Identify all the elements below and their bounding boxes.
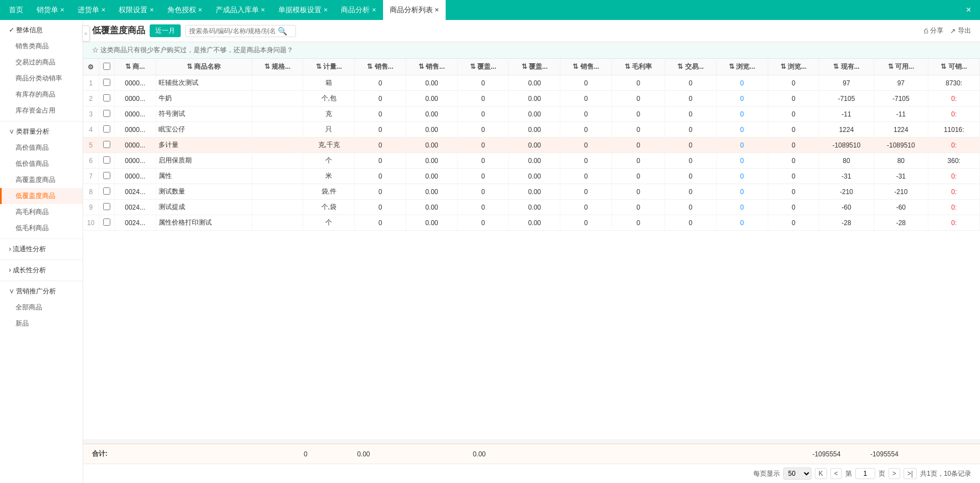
row-browse1-cell[interactable]: 0 bbox=[716, 106, 768, 122]
row-checkbox-cell[interactable] bbox=[99, 184, 114, 200]
row-checkbox-cell[interactable] bbox=[99, 138, 114, 153]
nav-analysis-list[interactable]: 商品分析列表 × bbox=[383, 0, 446, 20]
col-sales-amt-header[interactable]: ⇅ 销售... bbox=[406, 59, 457, 75]
row-browse1-cell[interactable]: 0 bbox=[716, 215, 768, 231]
row-checkbox[interactable] bbox=[103, 79, 110, 86]
browse1-link[interactable]: 0 bbox=[740, 141, 744, 149]
nav-permissions[interactable]: 权限设置 × bbox=[112, 0, 160, 20]
sidebar-item-high-value[interactable]: 高价值商品 bbox=[0, 140, 83, 156]
browse1-link[interactable]: 0 bbox=[740, 157, 744, 165]
last-page-button[interactable]: >| bbox=[904, 468, 917, 479]
first-page-button[interactable]: K bbox=[815, 468, 827, 479]
row-checkbox-cell[interactable] bbox=[99, 200, 114, 215]
row-checkbox-cell[interactable] bbox=[99, 75, 114, 91]
col-settings[interactable]: ⚙ bbox=[83, 59, 99, 75]
row-browse1-cell[interactable]: 0 bbox=[716, 153, 768, 169]
col-cover-rate-header[interactable]: ⇅ 覆盖... bbox=[509, 59, 560, 75]
sidebar-section-cluster[interactable]: ∨ 类群量分析 bbox=[0, 124, 83, 140]
col-name-header[interactable]: ⇅ 商品名称 bbox=[156, 59, 252, 75]
prev-page-button[interactable]: < bbox=[830, 468, 842, 479]
sidebar-collapse-button[interactable]: « bbox=[82, 26, 90, 42]
sidebar-item-new-goods[interactable]: 新品 bbox=[0, 316, 83, 332]
browse1-link[interactable]: 0 bbox=[740, 95, 744, 103]
col-sellable-header[interactable]: ⇅ 可销... bbox=[928, 59, 980, 75]
row-browse1-cell[interactable]: 0 bbox=[716, 184, 768, 200]
next-page-button[interactable]: > bbox=[889, 468, 900, 479]
row-checkbox[interactable] bbox=[103, 172, 110, 179]
row-checkbox-cell[interactable] bbox=[99, 106, 114, 122]
page-number-input[interactable] bbox=[855, 468, 875, 479]
nav-purchase[interactable]: 进货单 × bbox=[71, 0, 112, 20]
horizontal-scrollbar[interactable] bbox=[83, 439, 980, 444]
browse1-link[interactable]: 0 bbox=[740, 219, 744, 227]
sidebar-section-growth[interactable]: › 成长性分析 bbox=[0, 262, 83, 278]
row-checkbox[interactable] bbox=[103, 218, 110, 226]
row-browse1-cell[interactable]: 0 bbox=[716, 138, 768, 153]
row-checkbox[interactable] bbox=[103, 94, 110, 101]
sidebar-item-stock-capital[interactable]: 库存资金占用 bbox=[0, 103, 83, 119]
col-code-header[interactable]: ⇅ 商... bbox=[114, 59, 156, 75]
sidebar-item-all-goods[interactable]: 全部商品 bbox=[0, 299, 83, 316]
sidebar-item-category-rate[interactable]: 商品分类动销率 bbox=[0, 70, 83, 87]
sidebar-section-overall[interactable]: ✓ 整体信息 bbox=[0, 22, 83, 38]
per-page-select[interactable]: 50 100 200 bbox=[783, 467, 811, 480]
nav-templates[interactable]: 单据模板设置 × bbox=[272, 0, 334, 20]
search-icon[interactable]: 🔍 bbox=[278, 27, 287, 35]
nav-analysis[interactable]: 商品分析 × bbox=[334, 0, 382, 20]
row-checkbox[interactable] bbox=[103, 156, 110, 164]
col-available-header[interactable]: ⇅ 可用... bbox=[874, 59, 928, 75]
window-close-button[interactable]: × bbox=[959, 0, 978, 20]
row-checkbox[interactable] bbox=[103, 125, 110, 133]
sidebar-section-liquidity[interactable]: › 流通性分析 bbox=[0, 241, 83, 257]
select-all-checkbox[interactable] bbox=[103, 63, 110, 70]
col-spec-header[interactable]: ⇅ 规格... bbox=[252, 59, 303, 75]
sidebar-item-low-coverage[interactable]: 低覆盖度商品 bbox=[0, 188, 83, 204]
sidebar-section-marketing[interactable]: ∨ 营销推广分析 bbox=[0, 283, 83, 299]
col-unit-header[interactable]: ⇅ 计量... bbox=[303, 59, 355, 75]
col-trade-header[interactable]: ⇅ 交易... bbox=[665, 59, 717, 75]
nav-inventory[interactable]: 产成品入库单 × bbox=[209, 0, 272, 20]
search-input[interactable] bbox=[189, 27, 278, 35]
browse1-link[interactable]: 0 bbox=[740, 126, 744, 134]
row-checkbox-cell[interactable] bbox=[99, 122, 114, 138]
row-browse1-cell[interactable]: 0 bbox=[716, 91, 768, 106]
browse1-link[interactable]: 0 bbox=[740, 110, 744, 118]
sidebar-item-sales-goods[interactable]: 销售类商品 bbox=[0, 38, 83, 54]
share-button[interactable]: ⎙ 分享 bbox=[924, 26, 943, 35]
sidebar-item-high-coverage[interactable]: 高覆盖度商品 bbox=[0, 172, 83, 188]
browse1-link[interactable]: 0 bbox=[740, 188, 744, 196]
settings-icon[interactable]: ⚙ bbox=[88, 63, 94, 71]
sidebar-item-high-margin[interactable]: 高毛利商品 bbox=[0, 204, 83, 220]
col-browse2-header[interactable]: ⇅ 浏览... bbox=[768, 59, 819, 75]
row-checkbox-cell[interactable] bbox=[99, 215, 114, 231]
row-checkbox[interactable] bbox=[103, 203, 110, 210]
row-checkbox[interactable] bbox=[103, 110, 110, 117]
row-browse1-cell[interactable]: 0 bbox=[716, 200, 768, 215]
row-checkbox-cell[interactable] bbox=[99, 169, 114, 184]
sidebar-item-stock-goods[interactable]: 有库存的商品 bbox=[0, 87, 83, 103]
row-browse1-cell[interactable]: 0 bbox=[716, 75, 768, 91]
nav-roles[interactable]: 角色授权 × bbox=[161, 0, 209, 20]
col-browse1-header[interactable]: ⇅ 浏览... bbox=[716, 59, 768, 75]
nav-home[interactable]: 首页 bbox=[2, 0, 30, 20]
col-sales-count-header[interactable]: ⇅ 销售... bbox=[560, 59, 612, 75]
col-current-stock-header[interactable]: ⇅ 现有... bbox=[819, 59, 874, 75]
browse1-link[interactable]: 0 bbox=[740, 204, 744, 211]
nav-sales[interactable]: 销货单 × bbox=[30, 0, 71, 20]
sidebar-item-traded-goods[interactable]: 交易过的商品 bbox=[0, 54, 83, 70]
col-sales-qty-header[interactable]: ⇅ 销售... bbox=[355, 59, 406, 75]
export-button[interactable]: ↗ 导出 bbox=[950, 26, 971, 35]
sidebar-item-low-value[interactable]: 低价值商品 bbox=[0, 156, 83, 172]
browse1-link[interactable]: 0 bbox=[740, 79, 744, 87]
row-browse1-cell[interactable]: 0 bbox=[716, 169, 768, 184]
row-checkbox[interactable] bbox=[103, 187, 110, 195]
row-checkbox-cell[interactable] bbox=[99, 91, 114, 106]
sidebar-item-low-margin[interactable]: 低毛利商品 bbox=[0, 220, 83, 236]
col-gross-header[interactable]: ⇅ 毛利率 bbox=[612, 59, 665, 75]
col-cover-count-header[interactable]: ⇅ 覆盖... bbox=[457, 59, 509, 75]
browse1-link[interactable]: 0 bbox=[740, 172, 744, 180]
row-browse1-cell[interactable]: 0 bbox=[716, 122, 768, 138]
date-filter-button[interactable]: 近一月 bbox=[150, 24, 181, 37]
row-checkbox-cell[interactable] bbox=[99, 153, 114, 169]
row-checkbox[interactable] bbox=[103, 141, 110, 148]
